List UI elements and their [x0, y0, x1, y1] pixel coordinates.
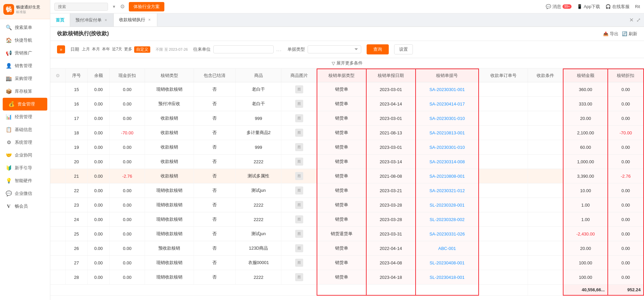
industry-solution-button[interactable]: 体验行业方案	[129, 2, 164, 11]
tab-prepay[interactable]: 预付冲应付单 ×	[70, 13, 114, 27]
sidebar-item-wechat[interactable]: 💬 企业微信	[0, 187, 50, 200]
cell-verify-bill-date: 2023-03-28	[366, 212, 416, 227]
cell-verify-bill-no[interactable]: SA-20230301-001	[416, 82, 479, 97]
th-verify-type: 核销类型	[145, 69, 194, 82]
cell-verify-bill-date: 2023-03-01	[366, 82, 416, 97]
topbar-gear-icon[interactable]: ⚙	[120, 3, 125, 10]
date-last-month[interactable]: 上月	[82, 46, 90, 53]
sidebar-item-guide[interactable]: 🔰 新手引导	[0, 162, 50, 174]
cell-verify-bill-no[interactable]: SA-20230314-008	[416, 155, 479, 169]
cell-verify-bill-no[interactable]: SL-20230328-002	[416, 212, 479, 227]
verify-bill-no-link[interactable]: SA-20230331-026	[429, 231, 465, 237]
date-this-month[interactable]: 本月	[92, 46, 100, 53]
verify-bill-no-link[interactable]: SL-20230418-001	[430, 275, 465, 280]
verify-bill-no-link[interactable]: SA-20230301-001	[429, 87, 465, 92]
filter-expand-button[interactable]: »	[57, 45, 65, 53]
sidebar-item-inventory[interactable]: 📦 库存核算	[0, 85, 50, 98]
cell-goods-img: 图	[281, 241, 317, 256]
verify-bill-no-link[interactable]: SA-20230301-010	[429, 116, 465, 121]
cell-verify-bill-no[interactable]: SA-20210813-001	[416, 126, 479, 140]
online-service-button[interactable]: 🎧 在线客服	[605, 4, 630, 10]
date-more[interactable]: 更多	[124, 46, 132, 53]
cell-receipt-condition	[528, 155, 563, 169]
verify-bill-no-link[interactable]: SA-20230321-012	[429, 188, 465, 193]
cell-verify-discount: 0.00	[608, 140, 644, 155]
th-receipt-order-no: 收款单订单号	[479, 69, 528, 82]
tab-home[interactable]: 首页	[50, 13, 70, 27]
verify-bill-no-link[interactable]: SL-20230328-002	[430, 217, 465, 222]
sidebar-item-corp[interactable]: 🤝 企业协同	[0, 149, 50, 162]
sidebar-item-search[interactable]: 🔍 搜索菜单	[0, 21, 50, 34]
cell-verify-bill-no[interactable]: SL-20230328-001	[416, 198, 479, 212]
cell-verify-discount: 0.00	[608, 82, 644, 97]
cell-verify-amount: 1,000.00	[563, 155, 607, 169]
topbar-dropdown-arrow[interactable]: ▼	[112, 4, 116, 9]
verify-bill-no-link[interactable]: SA-20210813-001	[429, 130, 465, 135]
cell-included-settled: 否	[194, 111, 235, 126]
tab-close-all-button[interactable]: ✕	[629, 17, 634, 23]
verify-bill-no-link[interactable]: SA-20210808-001	[429, 174, 465, 179]
from-unit-label: 往来单位	[193, 46, 211, 52]
verify-bill-no-link[interactable]: SA-20230414-017	[429, 101, 465, 106]
cell-receipt-order-no	[479, 140, 528, 155]
th-included-settled: 包含已结清	[194, 69, 235, 82]
sidebar-item-purchase[interactable]: 🏬 采购管理	[0, 72, 50, 85]
th-gear[interactable]: ⚙	[50, 69, 65, 82]
tab-prepay-close-icon[interactable]: ×	[104, 17, 108, 23]
table-row: 19 0.00 0.00 收款核销 否 999 图 销货单 2023-03-01…	[50, 140, 644, 155]
tab-receipt[interactable]: 收款核销执行 ×	[114, 13, 157, 27]
sidebar-item-business[interactable]: 📊 经营管理	[0, 111, 50, 123]
verify-bill-no-link[interactable]: SA-20230301-010	[429, 145, 465, 150]
date-this-year[interactable]: 本年	[102, 46, 110, 53]
bill-type-select[interactable]	[308, 45, 361, 53]
finance-icon: 💰	[8, 101, 15, 107]
tabbar-spacer	[157, 13, 626, 27]
cell-verify-bill-no[interactable]: SA-20230301-010	[416, 111, 479, 126]
query-button[interactable]: 查询	[367, 44, 389, 54]
sidebar-item-system[interactable]: ⚙ 系统管理	[0, 136, 50, 149]
cell-verify-bill-no[interactable]: ABC-001	[416, 241, 479, 256]
settings-button[interactable]: 设置	[394, 44, 413, 54]
sidebar-item-marketing[interactable]: 📢 营销推广	[0, 47, 50, 59]
sidebar-item-member[interactable]: V 畅会员	[0, 200, 50, 213]
verify-bill-no-link[interactable]: SL-20230408-001	[430, 260, 465, 265]
refresh-button[interactable]: 🔄 刷新	[622, 31, 637, 37]
cell-verify-bill-no[interactable]: SA-20230414-017	[416, 97, 479, 111]
verify-bill-no-link[interactable]: SL-20230328-001	[430, 203, 465, 208]
cell-verify-bill-no[interactable]: SA-20230331-026	[416, 227, 479, 241]
cell-verify-bill-no[interactable]: SA-20230301-010	[416, 140, 479, 155]
cell-verify-bill-no[interactable]: SA-20230321-012	[416, 183, 479, 198]
export-button[interactable]: 📤 导出	[603, 31, 619, 37]
table-header-row: ⚙ 序号 余额 现金折扣 核销类型 包含已结清 商品 商品图片 核销单据类型 核…	[50, 69, 644, 82]
sidebar-item-basic[interactable]: 📋 基础信息	[0, 123, 50, 136]
tab-maximize-button[interactable]: ⤢	[636, 17, 641, 23]
sidebar-item-quicknav[interactable]: 🏠 快捷导航	[0, 34, 50, 47]
cell-actions	[50, 126, 65, 140]
sidebar-item-finance[interactable]: 💰 资金管理	[3, 98, 47, 111]
cell-no: 25	[65, 227, 88, 241]
cell-cash-discount: 0.00	[110, 183, 145, 198]
verify-bill-no-link[interactable]: ABC-001	[438, 246, 456, 251]
message-button[interactable]: 💬 消息 99+	[546, 4, 572, 10]
cell-no: 17	[65, 111, 88, 126]
cell-receipt-order-no	[479, 111, 528, 126]
date-custom[interactable]: 自定义	[134, 46, 150, 53]
cell-verify-bill-no[interactable]: SL-20230418-001	[416, 270, 479, 285]
sidebar-item-label: 经营管理	[15, 114, 32, 120]
purchase-icon: 🏬	[5, 76, 12, 82]
cell-verify-bill-no[interactable]: SA-20210808-001	[416, 169, 479, 183]
date-last-7days[interactable]: 近7天	[112, 46, 122, 53]
user-name[interactable]: Rit	[635, 4, 640, 9]
app-download-button[interactable]: 📱 App下载	[577, 4, 600, 10]
verify-bill-no-link[interactable]: SA-20230314-008	[429, 159, 465, 164]
cell-receipt-order-no	[479, 82, 528, 97]
tab-prepay-label: 预付冲应付单	[75, 17, 102, 23]
sidebar-item-sales[interactable]: 👤 销售管理	[0, 59, 50, 72]
from-unit-input[interactable]	[213, 45, 274, 53]
tab-receipt-close-icon[interactable]: ×	[147, 17, 152, 23]
expand-more-button[interactable]: ▽ 展开更多条件	[332, 60, 363, 66]
topbar-search-input[interactable]	[54, 3, 108, 11]
service-icon: 🎧	[605, 4, 611, 9]
cell-verify-bill-no[interactable]: SL-20230408-001	[416, 256, 479, 270]
sidebar-item-hardware[interactable]: 💡 智能硬件	[0, 174, 50, 187]
